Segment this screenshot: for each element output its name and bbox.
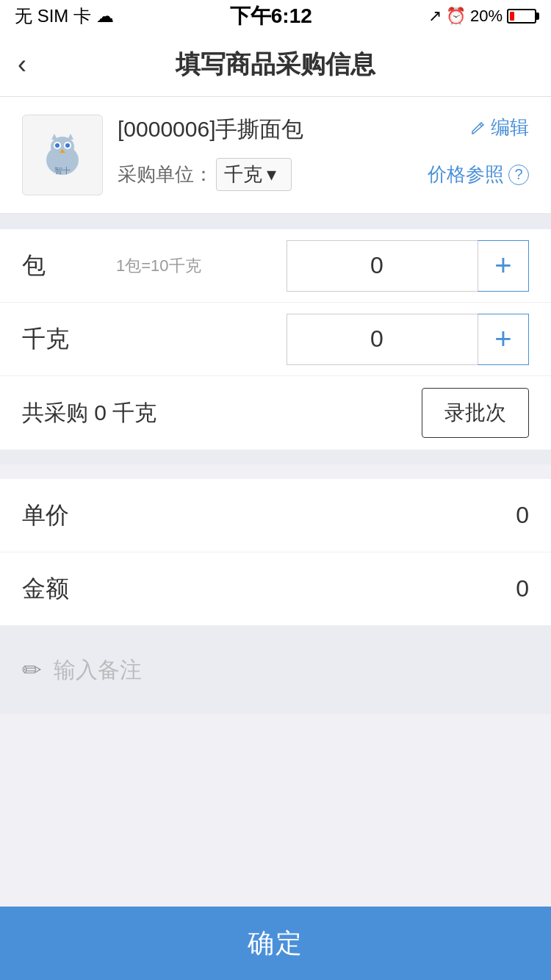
bottom-spacer xyxy=(0,714,551,802)
kg-quantity-input[interactable] xyxy=(287,314,478,365)
product-header: [0000006]手撕面包 编辑 xyxy=(118,115,529,145)
price-reference-button[interactable]: 价格参照 ? xyxy=(428,162,529,187)
battery-percent: 20% xyxy=(470,7,503,26)
bag-sub-label: 1包=10千克 xyxy=(116,255,201,277)
bag-label: 包 xyxy=(22,250,110,282)
nav-bar: ‹ 填写商品采购信息 xyxy=(0,32,551,97)
price-section: 单价 0 金额 0 xyxy=(0,479,551,626)
kg-label: 千克 xyxy=(22,323,110,356)
record-batch-button[interactable]: 录批次 xyxy=(422,388,529,438)
section-divider-1 xyxy=(0,215,551,229)
unit-price-row: 单价 0 xyxy=(0,479,551,552)
status-time: 下午6:12 xyxy=(230,2,312,30)
bag-quantity-input[interactable] xyxy=(287,240,478,292)
remark-placeholder: 输入备注 xyxy=(54,655,142,685)
section-divider-2 xyxy=(0,450,551,464)
page-title: 填写商品采购信息 xyxy=(176,48,375,82)
summary-row: 共采购 0 千克 录批次 xyxy=(0,376,551,450)
remark-section[interactable]: ✏ 输入备注 xyxy=(0,626,551,714)
pencil-icon: ✏ xyxy=(22,656,42,684)
alarm-icon: ⏰ xyxy=(446,7,466,26)
kg-input-controls: + xyxy=(110,314,529,365)
product-name: [0000006]手撕面包 xyxy=(118,115,303,145)
product-thumbnail: 智十 xyxy=(22,115,103,195)
product-logo: 智十 xyxy=(37,129,88,181)
status-bar: 无 SIM 卡 ☁ 下午6:12 ↗ ⏰ 20% xyxy=(0,0,551,32)
svg-text:智十: 智十 xyxy=(54,166,71,175)
bag-plus-button[interactable]: + xyxy=(478,240,529,292)
status-right: ↗ ⏰ 20% xyxy=(428,7,536,26)
total-purchase-text: 共采购 0 千克 xyxy=(22,398,156,428)
navigation-icon: ↗ xyxy=(428,7,442,26)
svg-point-6 xyxy=(65,143,70,148)
bag-input-controls: + xyxy=(201,240,529,292)
edit-button[interactable]: 编辑 xyxy=(470,115,529,140)
product-info: [0000006]手撕面包 编辑 采购单位： 千克 ▾ 价格参照 ? xyxy=(118,115,529,191)
amount-value: 0 xyxy=(516,575,529,602)
bag-input-row: 包 1包=10千克 + xyxy=(0,229,551,303)
input-section: 包 1包=10千克 + 千克 + 共采购 0 千克 录批次 xyxy=(0,229,551,450)
confirm-button[interactable]: 确定 xyxy=(0,907,551,980)
edit-icon xyxy=(470,120,486,136)
unit-select-control[interactable]: 千克 ▾ xyxy=(216,158,292,191)
unit-selector[interactable]: 采购单位： 千克 ▾ xyxy=(118,158,292,191)
product-card: 智十 [0000006]手撕面包 编辑 采购单位： 千克 ▾ xyxy=(0,97,551,215)
svg-point-5 xyxy=(55,143,60,148)
chevron-down-icon: ▾ xyxy=(267,163,276,186)
unit-prefix-label: 采购单位： xyxy=(118,163,213,185)
unit-price-value: 0 xyxy=(516,502,529,529)
kg-input-row: 千克 + xyxy=(0,303,551,376)
back-button[interactable]: ‹ xyxy=(18,49,26,80)
amount-row: 金额 0 xyxy=(0,552,551,626)
product-unit-row: 采购单位： 千克 ▾ 价格参照 ? xyxy=(118,158,529,191)
amount-label: 金额 xyxy=(22,573,69,605)
help-icon: ? xyxy=(508,165,529,185)
battery-icon xyxy=(507,9,536,24)
unit-price-label: 单价 xyxy=(22,500,69,532)
kg-plus-button[interactable]: + xyxy=(478,314,529,365)
status-left: 无 SIM 卡 ☁ xyxy=(15,4,114,28)
